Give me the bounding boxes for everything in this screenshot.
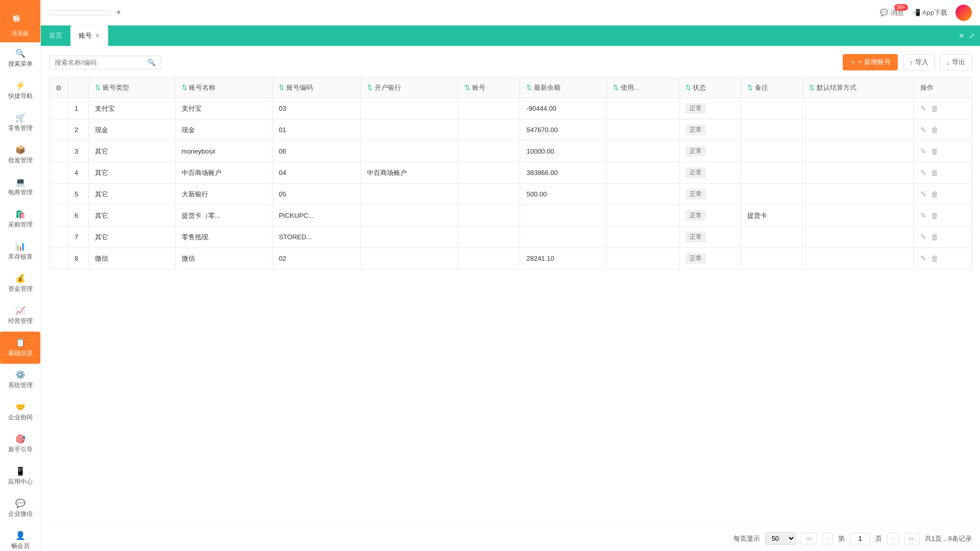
edit-button[interactable]: ✎ bbox=[920, 254, 927, 263]
status-badge: 正常 bbox=[685, 210, 706, 221]
edit-button[interactable]: ✎ bbox=[920, 168, 927, 178]
col-name[interactable]: ⇅ 账号名称 bbox=[175, 78, 273, 98]
tab-home[interactable]: 首页 bbox=[41, 26, 70, 46]
col-default-settle[interactable]: ⇅ 默认结算方式 bbox=[803, 78, 914, 98]
logo-icon: 畅 bbox=[9, 5, 32, 29]
search-icon[interactable]: 🔍 bbox=[148, 59, 156, 66]
row-actions: ✎ 🗑 bbox=[914, 184, 972, 205]
sidebar-item-wholesale[interactable]: 📦 批发管理 bbox=[0, 139, 40, 171]
edit-button[interactable]: ✎ bbox=[920, 126, 927, 135]
edit-button[interactable]: ✎ bbox=[920, 190, 927, 199]
delete-button[interactable]: 🗑 bbox=[931, 254, 939, 263]
user-avatar[interactable] bbox=[955, 5, 972, 21]
sidebar-item-operations[interactable]: 📈 经营管理 bbox=[0, 299, 40, 332]
col-type[interactable]: ⇅ 账号类型 bbox=[89, 78, 176, 98]
sidebar-item-enterprise[interactable]: 🤝 企业协同 bbox=[0, 396, 40, 428]
edit-button[interactable]: ✎ bbox=[920, 233, 927, 242]
tab-close-window-icon[interactable]: ✕ bbox=[959, 32, 965, 40]
row-name: 微信 bbox=[175, 248, 273, 269]
member-icon: 👤 bbox=[15, 531, 26, 540]
search-input[interactable] bbox=[55, 59, 144, 66]
add-account-button[interactable]: ＋ + 新增账号 bbox=[843, 54, 898, 70]
col-usage[interactable]: ⇅ 使用... bbox=[607, 78, 679, 98]
delete-button[interactable]: 🗑 bbox=[931, 126, 939, 135]
per-page-select[interactable]: 50 100 200 bbox=[765, 532, 796, 545]
col-bank[interactable]: ⇅ 开户银行 bbox=[361, 78, 458, 98]
first-page-button[interactable]: ⏮ bbox=[801, 533, 817, 544]
sidebar-item-finance[interactable]: 💰 资金管理 bbox=[0, 267, 40, 299]
table-row: 2 现金 现金 01 547670.00 正常 ✎ 🗑 bbox=[50, 119, 972, 141]
enterprise-icon: 🤝 bbox=[15, 402, 26, 412]
row-index: 2 bbox=[68, 119, 89, 141]
row-bank bbox=[361, 248, 458, 269]
status-badge: 正常 bbox=[685, 232, 706, 242]
prev-page-button[interactable]: ‹ bbox=[822, 533, 833, 544]
status-badge: 正常 bbox=[685, 103, 706, 114]
export-icon: ↓ bbox=[947, 59, 950, 66]
edit-button[interactable]: ✎ bbox=[920, 104, 927, 113]
col-balance[interactable]: ⇅ 最新余额 bbox=[520, 78, 607, 98]
svg-text:畅: 畅 bbox=[13, 14, 20, 22]
col-account[interactable]: ⇅ 账号 bbox=[458, 78, 520, 98]
sidebar-item-system[interactable]: ⚙️ 系统管理 bbox=[0, 364, 40, 396]
sidebar-item-member[interactable]: 👤 畅会员 bbox=[0, 524, 40, 551]
row-default-settle bbox=[803, 141, 914, 162]
sidebar-item-retail[interactable]: 🛒 零售管理 bbox=[0, 107, 40, 139]
sidebar-item-quick-nav[interactable]: ⚡ 快捷导航 bbox=[0, 74, 40, 107]
settings-icon[interactable]: ⚙ bbox=[56, 84, 62, 92]
row-account bbox=[458, 98, 520, 119]
col-index bbox=[68, 78, 89, 98]
finance-icon: 💰 bbox=[15, 273, 26, 283]
row-account bbox=[458, 205, 520, 227]
sidebar-item-search-menu[interactable]: 🔍 搜索菜单 bbox=[0, 42, 40, 74]
table-row: 3 其它 moneybosx 06 10000.00 正常 ✎ 🗑 bbox=[50, 141, 972, 162]
row-gear bbox=[50, 119, 68, 141]
delete-button[interactable]: 🗑 bbox=[931, 168, 939, 178]
tab-account[interactable]: 账号 ✕ bbox=[70, 26, 108, 46]
edit-button[interactable]: ✎ bbox=[920, 211, 927, 220]
sidebar-item-label: 库存核算 bbox=[8, 253, 33, 261]
sidebar-item-ecommerce[interactable]: 💻 电商管理 bbox=[0, 171, 40, 203]
page-number-input[interactable] bbox=[850, 533, 870, 544]
col-code[interactable]: ⇅ 账号编码 bbox=[273, 78, 361, 98]
row-type: 其它 bbox=[89, 227, 176, 248]
row-name: 中百商场账户 bbox=[175, 162, 273, 184]
export-button[interactable]: ↓ 导出 bbox=[940, 54, 972, 70]
delete-button[interactable]: 🗑 bbox=[931, 233, 939, 242]
inventory-icon: 📊 bbox=[15, 241, 26, 251]
delete-button[interactable]: 🗑 bbox=[931, 104, 939, 113]
delete-button[interactable]: 🗑 bbox=[931, 211, 939, 220]
tab-close-icon[interactable]: ✕ bbox=[95, 32, 100, 39]
sidebar-item-inventory[interactable]: 📊 库存核算 bbox=[0, 235, 40, 267]
sidebar-item-purchase[interactable]: 🛍️ 采购管理 bbox=[0, 203, 40, 235]
col-note[interactable]: ⇅ 备注 bbox=[741, 78, 802, 98]
sidebar-item-label: 零售管理 bbox=[8, 124, 33, 133]
sidebar-item-basic-info[interactable]: 📋 基础信息 bbox=[0, 332, 40, 364]
message-button[interactable]: 💬 消息 99+ bbox=[880, 8, 904, 17]
row-actions: ✎ 🗑 bbox=[914, 205, 972, 227]
row-type: 现金 bbox=[89, 119, 176, 141]
sidebar-item-wechat[interactable]: 💬 企业微信 bbox=[0, 492, 40, 524]
app-download-button[interactable]: 📲 App下载 bbox=[912, 8, 947, 17]
delete-button[interactable]: 🗑 bbox=[931, 190, 939, 199]
import-button[interactable]: ↑ 导入 bbox=[903, 54, 935, 70]
edit-button[interactable]: ✎ bbox=[920, 147, 927, 156]
top-bar: ▼ 💬 消息 99+ 📲 App下载 bbox=[41, 0, 980, 26]
row-type: 其它 bbox=[89, 162, 176, 184]
row-code: 06 bbox=[273, 141, 361, 162]
dropdown-icon[interactable]: ▼ bbox=[115, 9, 122, 16]
last-page-button[interactable]: ⏭ bbox=[904, 533, 920, 544]
row-usage bbox=[607, 119, 679, 141]
sidebar-item-app-center[interactable]: 📱 应用中心 bbox=[0, 460, 40, 492]
row-default-settle bbox=[803, 248, 914, 269]
row-account bbox=[458, 162, 520, 184]
col-status[interactable]: ⇅ 状态 bbox=[679, 78, 741, 98]
sidebar-item-guide[interactable]: 🎯 新手引导 bbox=[0, 428, 40, 460]
next-page-button[interactable]: › bbox=[887, 533, 898, 544]
col-account-sort-icon: ⇅ bbox=[464, 84, 472, 91]
delete-button[interactable]: 🗑 bbox=[931, 147, 939, 156]
import-icon: ↑ bbox=[910, 59, 913, 66]
row-bank bbox=[361, 141, 458, 162]
tab-maximize-icon[interactable]: ⤢ bbox=[969, 32, 975, 40]
row-code: STORED... bbox=[273, 227, 361, 248]
